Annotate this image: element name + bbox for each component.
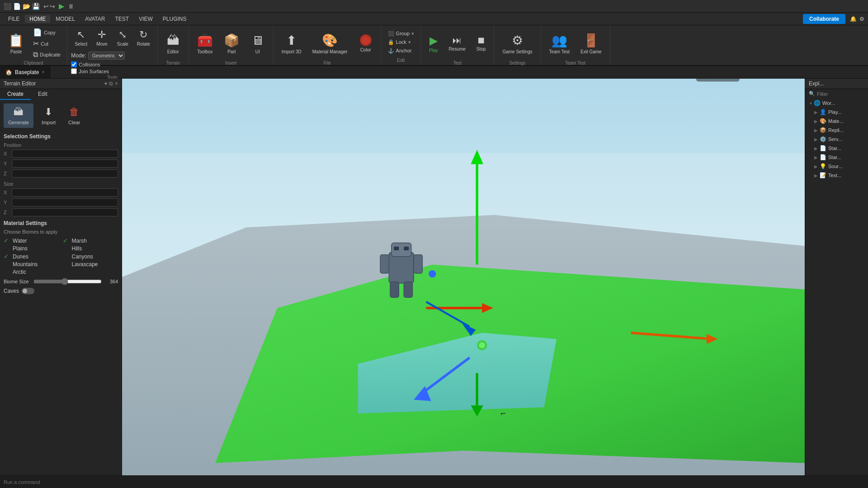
- collisions-checkbox[interactable]: [71, 61, 77, 67]
- toolbox-btn[interactable]: 🧰 Toolbox: [193, 27, 217, 60]
- clipboard-group: 📋 Paste 📄 Copy ✂ Cut ⧉ Duplicate Clipboa…: [0, 25, 67, 65]
- resume-btn[interactable]: ⏭ Resume: [444, 27, 470, 60]
- menu-home[interactable]: HOME: [25, 15, 50, 23]
- caves-toggle[interactable]: [22, 288, 34, 294]
- color-btn[interactable]: Color: [354, 27, 377, 60]
- explorer-item-players[interactable]: ▶ 👤 Play...: [805, 108, 868, 117]
- expand-starter2: ▶: [814, 155, 818, 160]
- te-collapse-icon[interactable]: ▾: [104, 80, 107, 87]
- starter2-icon: 📄: [820, 154, 826, 160]
- notifications-icon[interactable]: 🔔: [850, 16, 857, 22]
- pos-z-axis: Z: [4, 171, 10, 176]
- biome-size-slider[interactable]: [33, 278, 102, 285]
- explorer-item-materials[interactable]: ▶ 🎨 Mate...: [805, 117, 868, 126]
- anchor-btn[interactable]: ⚓ Anchor: [385, 47, 417, 55]
- terrain-editor-btn[interactable]: 🏔 Editor: [161, 27, 185, 60]
- expand-materials: ▶: [814, 119, 818, 124]
- size-z-input[interactable]: 1004: [12, 208, 118, 216]
- move-btn[interactable]: ✛ Move: [92, 27, 112, 48]
- test-label: Test: [453, 60, 462, 66]
- clipboard-label: Clipboard: [24, 60, 43, 66]
- stop-btn[interactable]: ⏹ Stop: [472, 27, 491, 60]
- expand-starter1: ▶: [814, 146, 818, 151]
- mode-select[interactable]: Geometric: [88, 52, 125, 60]
- starter1-label: Star...: [828, 145, 841, 151]
- explorer-item-replication[interactable]: ▶ 📦 Repli...: [805, 126, 868, 135]
- lock-btn[interactable]: 🔒 Lock ▾: [385, 38, 417, 46]
- pos-z-input[interactable]: -138: [12, 169, 118, 178]
- size-y-input[interactable]: 173: [12, 198, 118, 206]
- menu-test[interactable]: TEST: [110, 15, 133, 23]
- pos-x-input[interactable]: -220: [12, 150, 118, 158]
- save-icon[interactable]: 💾: [32, 3, 40, 10]
- baseplate-tab[interactable]: 🏠 Baseplate ×: [0, 66, 50, 78]
- pos-y-input[interactable]: -73.5: [12, 160, 118, 168]
- explorer-item-source[interactable]: ▶ 💡 Sour...: [805, 162, 868, 171]
- te-undock-icon[interactable]: ⧉: [109, 80, 113, 87]
- join-surfaces-checkbox[interactable]: [71, 68, 77, 74]
- import3d-btn[interactable]: ⬆ Import 3D: [277, 27, 306, 60]
- redo-btn[interactable]: ↪: [50, 3, 55, 10]
- team-test-label: Team Test: [565, 60, 585, 66]
- explorer-item-starter2[interactable]: ▶ 📄 Star...: [805, 153, 868, 162]
- explorer-item-service[interactable]: ▶ ⚙️ Serv...: [805, 135, 868, 144]
- scale-btn[interactable]: ⤡ Scale: [113, 27, 132, 48]
- game-settings-btn[interactable]: ⚙ Game Settings: [498, 27, 537, 60]
- resume-icon: ⏭: [453, 35, 462, 46]
- close-tab-btn[interactable]: ×: [42, 70, 44, 75]
- material-manager-btn[interactable]: 🎨 Material Manager: [308, 27, 352, 60]
- menu-plugins[interactable]: PLUGINS: [158, 15, 191, 23]
- ui-btn[interactable]: 🖥 UI: [246, 27, 269, 60]
- undo-btn[interactable]: ↩: [43, 3, 49, 10]
- terrain-group: 🏔 Editor Terrain: [158, 25, 189, 65]
- te-create-tab[interactable]: Create: [0, 89, 31, 100]
- cut-btn[interactable]: ✂ Cut: [30, 38, 63, 49]
- paste-btn[interactable]: 📋 Paste: [4, 27, 28, 60]
- pos-z-row: Z -138: [4, 169, 118, 178]
- bottom-bar: [0, 475, 868, 488]
- lavascape-label: Lavascape: [72, 261, 98, 267]
- new-icon[interactable]: 📄: [13, 3, 21, 10]
- clear-btn[interactable]: 🗑 Clear: [64, 103, 85, 128]
- select-btn[interactable]: ↖ Select: [71, 27, 91, 48]
- explorer-item-texture[interactable]: ▶ 📝 Text...: [805, 171, 868, 180]
- terrain-label: Terrain: [166, 60, 180, 66]
- open-icon[interactable]: 📂: [23, 3, 30, 10]
- choose-biomes-label: Choose Biomes to apply: [4, 229, 118, 235]
- rotate-btn[interactable]: ↻ Rotate: [133, 27, 153, 48]
- copy-btn[interactable]: 📄 Copy: [30, 27, 63, 38]
- part-btn[interactable]: 📦 Part: [219, 27, 244, 60]
- settings-group: ⚙ Game Settings Settings: [494, 25, 541, 65]
- filter-label: Filter: [817, 91, 828, 97]
- size-section: Size X 800 Y 173 Z 1004: [4, 181, 118, 216]
- explorer-item-world[interactable]: ▾ 🌐 Wor...: [805, 99, 868, 108]
- quick-play-btn[interactable]: ▶: [59, 2, 64, 10]
- generate-btn[interactable]: 🏔 Generate: [4, 103, 33, 128]
- biome-size-row: Biome Size 364: [4, 278, 118, 285]
- import3d-icon: ⬆: [286, 33, 297, 48]
- duplicate-btn[interactable]: ⧉ Duplicate: [30, 50, 63, 60]
- position-label: Position: [4, 142, 118, 148]
- menu-avatar[interactable]: AVATAR: [80, 15, 109, 23]
- te-close-icon[interactable]: ×: [115, 80, 118, 87]
- pause-btn-title[interactable]: ⏸: [68, 3, 74, 10]
- collaborate-button[interactable]: Collaborate: [803, 14, 845, 24]
- menu-view[interactable]: VIEW: [134, 15, 157, 23]
- size-x-input[interactable]: 800: [12, 188, 118, 197]
- command-input[interactable]: [4, 479, 139, 485]
- menu-model[interactable]: MODEL: [51, 15, 80, 23]
- play-btn[interactable]: ▶ Play: [425, 27, 442, 60]
- exit-game-btn[interactable]: 🚪 Exit Game: [576, 27, 606, 60]
- te-tabs: Create Edit: [0, 89, 122, 100]
- te-edit-tab[interactable]: Edit: [31, 89, 55, 100]
- explorer-item-starter1[interactable]: ▶ 📄 Star...: [805, 144, 868, 153]
- canyons-label: Canyons: [72, 253, 93, 260]
- import-btn[interactable]: ⬇ Import: [37, 103, 60, 128]
- menu-file[interactable]: FILE: [4, 15, 24, 23]
- anchor-icon: ⚓: [388, 48, 394, 54]
- team-test-btn[interactable]: 👥 Team Test: [545, 27, 574, 60]
- edit-group: ⬛ Group ▾ 🔒 Lock ▾ ⚓ Anchor Edit: [382, 25, 421, 65]
- group-btn[interactable]: ⬛ Group ▾: [385, 30, 417, 38]
- settings-icon[interactable]: ⚙: [859, 16, 864, 22]
- viewport[interactable]: X Y Z Front ⌐: [122, 79, 805, 475]
